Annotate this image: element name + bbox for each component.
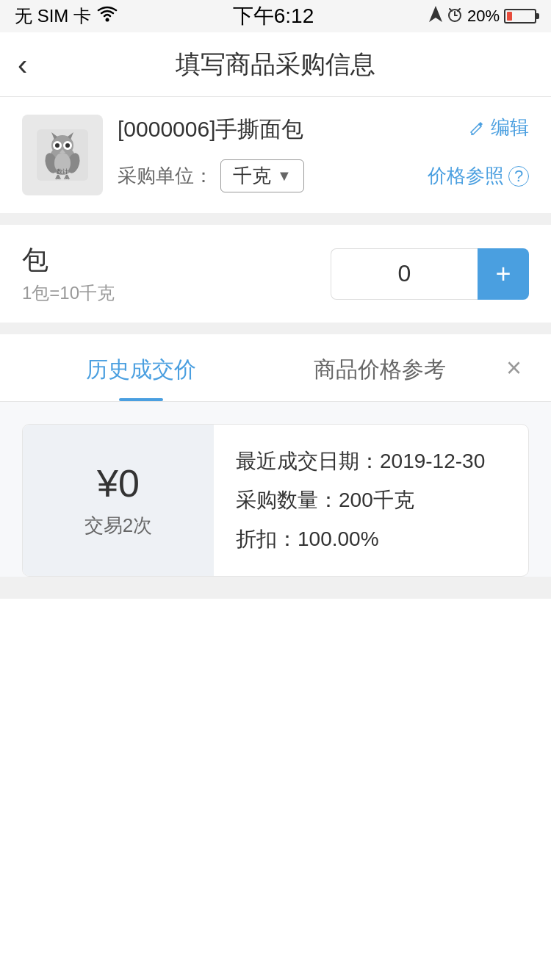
price-ref-label: 价格参照 xyxy=(428,163,504,189)
history-card-right: 最近成交日期：2019-12-30 采购数量：200千克 折扣：100.00% xyxy=(214,425,528,576)
svg-text:数计: 数计 xyxy=(57,168,68,175)
battery-icon xyxy=(504,9,536,24)
page-title: 填写商品采购信息 xyxy=(176,48,375,82)
battery-text: 20% xyxy=(467,7,500,26)
history-price: ¥0 xyxy=(97,461,140,505)
product-header: 数计 [0000006]手撕面包 编辑 采购单位： xyxy=(22,115,529,195)
unit-selector[interactable]: 千克 ▼ xyxy=(220,159,304,192)
wifi-icon xyxy=(97,6,118,26)
last-date-label: 最近成交日期： xyxy=(236,450,380,472)
quantity-input[interactable] xyxy=(331,248,478,300)
bottom-space xyxy=(0,599,551,980)
unit-label: 采购单位： xyxy=(118,163,213,189)
product-name: [0000006]手撕面包 xyxy=(118,115,469,145)
product-title-row: [0000006]手撕面包 编辑 xyxy=(118,115,529,145)
product-thumbnail: 数计 xyxy=(22,115,103,195)
quantity-unit-main: 包 xyxy=(22,242,115,278)
help-icon: ? xyxy=(508,166,529,187)
status-right: 20% xyxy=(429,6,536,26)
history-quantity-row: 采购数量：200千克 xyxy=(236,486,506,514)
history-trades: 交易2次 xyxy=(84,513,152,538)
quantity-input-group: + xyxy=(331,248,529,300)
quantity-plus-button[interactable]: + xyxy=(478,248,529,300)
nav-bar: ‹ 填写商品采购信息 xyxy=(0,32,551,97)
discount-label: 折扣： xyxy=(236,527,298,550)
section-divider-2 xyxy=(0,323,551,334)
product-info: [0000006]手撕面包 编辑 采购单位： 千克 ▼ xyxy=(118,115,529,192)
back-button[interactable]: ‹ xyxy=(18,50,27,79)
product-card: 数计 [0000006]手撕面包 编辑 采购单位： xyxy=(0,97,551,213)
quantity-detail-label: 采购数量： xyxy=(236,489,339,511)
price-ref-tabs: 历史成交价 商品价格参考 × xyxy=(0,334,551,402)
status-time: 下午6:12 xyxy=(233,2,314,30)
history-card-left: ¥0 交易2次 xyxy=(23,425,214,576)
svg-point-0 xyxy=(106,18,109,22)
quantity-unit-sub: 1包=10千克 xyxy=(22,281,115,305)
section-divider-1 xyxy=(0,213,551,225)
quantity-detail-value: 200千克 xyxy=(339,489,414,511)
quantity-row: 包 1包=10千克 + xyxy=(0,225,551,323)
battery-fill xyxy=(507,12,512,21)
history-discount-row: 折扣：100.00% xyxy=(236,525,506,553)
history-last-date-row: 最近成交日期：2019-12-30 xyxy=(236,447,506,475)
alarm-icon xyxy=(447,6,463,26)
svg-point-14 xyxy=(55,143,60,148)
svg-line-5 xyxy=(450,9,452,11)
history-price-card: ¥0 交易2次 最近成交日期：2019-12-30 采购数量：200千克 折扣：… xyxy=(22,424,529,577)
status-bar: 无 SIM 卡 下午6:12 20 xyxy=(0,0,551,32)
price-ref-button[interactable]: 价格参照 ? xyxy=(428,163,529,189)
tab-history-price[interactable]: 历史成交价 xyxy=(22,334,260,401)
svg-line-6 xyxy=(458,9,460,11)
status-left: 无 SIM 卡 xyxy=(15,4,118,28)
svg-point-15 xyxy=(65,143,70,148)
edit-button[interactable]: 编辑 xyxy=(469,115,529,140)
dropdown-arrow-icon: ▼ xyxy=(277,167,292,184)
location-icon xyxy=(429,6,442,26)
tab-product-price-ref[interactable]: 商品价格参考 xyxy=(260,334,498,401)
price-ref-panel: 历史成交价 商品价格参考 × ¥0 交易2次 最近成交日期：2019-12-30… xyxy=(0,334,551,577)
unit-value: 千克 xyxy=(233,163,271,189)
svg-marker-1 xyxy=(429,6,442,22)
close-button[interactable]: × xyxy=(499,355,529,381)
discount-value: 100.00% xyxy=(298,527,379,550)
quantity-label: 包 1包=10千克 xyxy=(22,242,115,305)
carrier-text: 无 SIM 卡 xyxy=(15,4,91,28)
product-unit-row: 采购单位： 千克 ▼ 价格参照 ? xyxy=(118,159,529,192)
last-date-value: 2019-12-30 xyxy=(380,450,485,472)
